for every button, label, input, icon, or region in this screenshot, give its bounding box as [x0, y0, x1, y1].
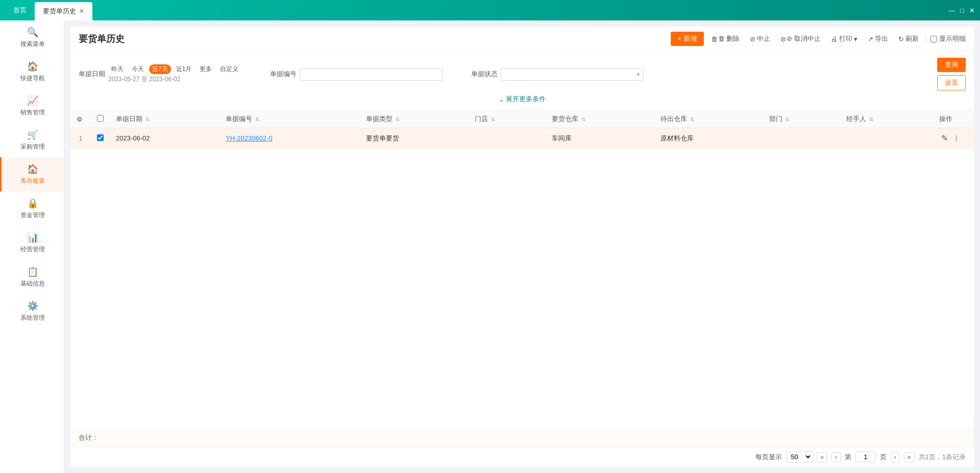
col-doc-number[interactable]: 单据编号 ⇅	[219, 110, 360, 128]
sidebar-item-sys-mgmt-label: 系统管理	[20, 314, 45, 322]
sidebar-item-finance-mgmt[interactable]: 🔒 资金管理	[0, 192, 64, 226]
per-page-select[interactable]: 50 10 20 100	[786, 451, 813, 463]
table-area: ⚙ 单据日期 ⇅ 单据编号 ⇅	[70, 110, 974, 429]
finance-mgmt-icon: 🔒	[27, 198, 38, 209]
row-doc-type: 要货单要货	[360, 128, 469, 149]
date-shortcuts: 昨天 今天 近7天 近1月 更多 自定义	[108, 64, 241, 74]
ops-mgmt-icon: 📊	[27, 232, 38, 243]
row-more-button[interactable]: ⁝	[953, 132, 960, 144]
row-store	[469, 128, 546, 149]
delete-button[interactable]: 🗑 🗑 删除	[708, 32, 743, 45]
row-department	[763, 128, 840, 149]
page-title: 要货单历史	[79, 33, 125, 45]
col-req-warehouse[interactable]: 要货仓库 ⇅	[546, 110, 654, 128]
new-button[interactable]: + 新增	[671, 32, 704, 46]
pagination-bar: 每页显示 50 10 20 100 « ‹ 第 页 › » 共1页，1条记录	[70, 446, 974, 467]
basic-info-icon: 📋	[27, 266, 38, 277]
table-body: 1 2023-06-02 YH-20230602-0 要货单要货 车间库	[70, 128, 974, 149]
window-controls: — □ ✕	[948, 7, 975, 14]
col-settings-icon: ⚙	[77, 115, 83, 123]
col-doc-type[interactable]: 单据类型 ⇅	[360, 110, 469, 128]
prev-page-button[interactable]: ‹	[831, 452, 841, 462]
last-month-shortcut[interactable]: 近1月	[173, 64, 195, 74]
next-page-button[interactable]: ›	[891, 452, 900, 462]
yesterday-shortcut[interactable]: 昨天	[108, 64, 127, 74]
col-department[interactable]: 部门 ⇅	[763, 110, 840, 128]
row-edit-button[interactable]: ✎	[939, 132, 950, 144]
tab-home-label: 首页	[13, 6, 27, 15]
sidebar-item-purchase-mgmt[interactable]: 🛒 采购管理	[0, 123, 64, 157]
filter-doc-number-item: 单据编号	[270, 68, 443, 81]
col-doc-type-sort-icon: ⇅	[396, 116, 400, 122]
doc-number-link[interactable]: YH-20230602-0	[226, 134, 273, 142]
refresh-label: 刷新	[905, 34, 919, 43]
print-dropdown-icon: ▾	[854, 35, 857, 43]
last7-shortcut[interactable]: 近7天	[149, 64, 171, 74]
col-checkbox[interactable]	[91, 110, 110, 128]
expand-filter: ⌄ 展开更多条件	[79, 94, 966, 104]
tab-requisition-history[interactable]: 要货单历史 ✕	[35, 2, 92, 20]
sidebar: 🔍 搜索菜单 🏠 快捷导航 📈 销售管理 🛒 采购管理 🏠 库存核算 🔒 资金管…	[0, 20, 64, 473]
show-detail-checkbox[interactable]	[930, 36, 937, 42]
show-detail-checkbox-label[interactable]: 显示明细	[930, 34, 966, 43]
doc-status-select[interactable]	[501, 68, 644, 81]
export-button[interactable]: ↗ 导出	[865, 32, 891, 45]
col-pending-warehouse[interactable]: 待出仓库 ⇅	[654, 110, 763, 128]
query-button[interactable]: 查询	[937, 58, 966, 72]
show-detail-label: 显示明细	[939, 34, 966, 43]
tab-home[interactable]: 首页	[5, 0, 35, 20]
col-doc-date[interactable]: 单据日期 ⇅	[110, 110, 219, 128]
refresh-button[interactable]: ↻ 刷新	[895, 32, 922, 45]
sidebar-item-basic-info[interactable]: 📋 基础信息	[0, 260, 64, 294]
col-pending-warehouse-sort-icon: ⇅	[690, 116, 694, 122]
select-all-checkbox[interactable]	[97, 115, 104, 122]
sidebar-item-inventory-calc[interactable]: 🏠 库存核算	[0, 157, 64, 192]
row-checkbox[interactable]	[97, 134, 104, 141]
sidebar-item-sys-mgmt[interactable]: ⚙️ 系统管理	[0, 294, 64, 328]
inventory-calc-icon: 🏠	[27, 163, 38, 175]
sales-mgmt-icon: 📈	[27, 95, 38, 106]
table-header-row: ⚙ 单据日期 ⇅ 单据编号 ⇅	[70, 110, 974, 128]
window-close-button[interactable]: ✕	[969, 7, 975, 14]
first-page-button[interactable]: «	[817, 452, 827, 462]
col-store[interactable]: 门店 ⇅	[469, 110, 546, 128]
summary-bar: 合计：	[70, 429, 974, 446]
expand-filter-button[interactable]: ⌄ 展开更多条件	[499, 94, 546, 104]
print-label: 打印	[839, 34, 852, 43]
cancel-stop-button[interactable]: ⊘ ⊘ 取消中止	[777, 32, 824, 45]
row-checkbox-cell[interactable]	[91, 128, 110, 149]
settings-button[interactable]: 设置	[937, 75, 966, 90]
per-page-label: 每页显示	[755, 453, 782, 462]
window-max-button[interactable]: □	[960, 7, 964, 14]
sidebar-item-quick-nav[interactable]: 🏠 快捷导航	[0, 55, 64, 89]
main-layout: 🔍 搜索菜单 🏠 快捷导航 📈 销售管理 🛒 采购管理 🏠 库存核算 🔒 资金管…	[0, 20, 980, 473]
row-doc-number[interactable]: YH-20230602-0	[219, 128, 360, 149]
row-num: 1	[70, 128, 91, 149]
window-min-button[interactable]: —	[948, 7, 955, 14]
search-menu-icon: 🔍	[27, 27, 38, 38]
total-info: 共1页，1条记录	[919, 453, 966, 462]
sidebar-item-quick-nav-label: 快捷导航	[20, 74, 45, 83]
more-shortcut[interactable]: 更多	[197, 64, 215, 74]
export-icon: ↗	[868, 35, 873, 43]
doc-number-input[interactable]	[300, 68, 443, 81]
page-number-input[interactable]	[855, 452, 876, 462]
tab-close-icon[interactable]: ✕	[79, 8, 84, 15]
summary-label: 合计：	[79, 434, 99, 441]
col-settings[interactable]: ⚙	[70, 110, 91, 128]
print-button[interactable]: 🖨 打印 ▾	[828, 32, 861, 45]
table-row: 1 2023-06-02 YH-20230602-0 要货单要货 车间库	[70, 128, 974, 149]
stop-icon: ⊘	[750, 35, 755, 43]
row-req-warehouse: 车间库	[546, 128, 654, 149]
sidebar-item-sales-mgmt[interactable]: 📈 销售管理	[0, 89, 64, 123]
row-operations-cell: ✎ ⁝	[933, 128, 974, 149]
col-handler[interactable]: 经手人 ⇅	[840, 110, 933, 128]
last-page-button[interactable]: »	[904, 452, 915, 462]
filter-date-group: 昨天 今天 近7天 近1月 更多 自定义 2023-05-27 至 2023-0…	[108, 64, 241, 84]
col-store-sort-icon: ⇅	[491, 116, 495, 122]
custom-shortcut[interactable]: 自定义	[217, 64, 241, 74]
sidebar-item-search-menu[interactable]: 🔍 搜索菜单	[0, 20, 64, 55]
today-shortcut[interactable]: 今天	[129, 64, 147, 74]
stop-button[interactable]: ⊘ 中止	[747, 32, 773, 45]
sidebar-item-ops-mgmt[interactable]: 📊 经营管理	[0, 226, 64, 260]
